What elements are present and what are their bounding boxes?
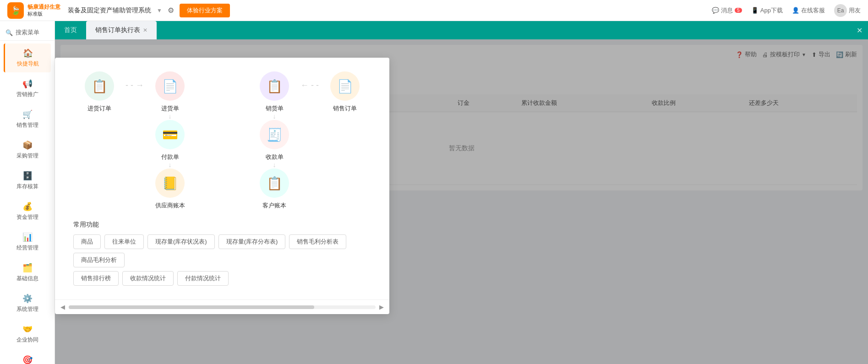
purchase-order-label: 进货订单 bbox=[87, 104, 111, 113]
search-icon: 🔍 bbox=[5, 29, 13, 36]
sidebar-label-finance: 资金管理 bbox=[16, 213, 38, 221]
sales-bill-circle[interactable]: 📋 bbox=[260, 71, 289, 101]
sidebar-item-marketing[interactable]: 📢 营销推广 bbox=[4, 74, 51, 103]
system-icon: ⚙️ bbox=[22, 293, 33, 304]
flow-item-sales-bill: 📋 销货单 bbox=[248, 71, 300, 113]
message-item[interactable]: 💬 消息 5 bbox=[712, 6, 742, 15]
content-area: 首页 销售订单执行表 ✕ ✕ ❓ 帮助 🖨 bbox=[55, 21, 868, 364]
common-functions-title: 常用功能 bbox=[73, 221, 371, 229]
user-item[interactable]: Ea 用友 bbox=[834, 4, 861, 17]
payment-circle[interactable]: 💳 bbox=[155, 120, 185, 149]
payment-label: 付款单 bbox=[161, 153, 179, 161]
right-arrow-icon-1: - - → bbox=[126, 81, 144, 90]
func-btn-sales-profit[interactable]: 销售毛利分析表 bbox=[289, 234, 346, 249]
func-btn-receipt-stats[interactable]: 收款情况统计 bbox=[122, 271, 174, 286]
dropdown-icon[interactable]: ▼ bbox=[157, 7, 162, 14]
online-service-label: 在线客服 bbox=[801, 6, 825, 15]
arrow-right-1: - - → bbox=[126, 71, 144, 90]
sidebar-item-finance[interactable]: 💰 资金管理 bbox=[4, 197, 51, 226]
sidebar-label-sales: 销售管理 bbox=[16, 121, 38, 129]
arrow-left-1: ← - - bbox=[300, 71, 319, 90]
tab-home[interactable]: 首页 bbox=[55, 21, 86, 39]
arrow-down-row: ↓ ↓ bbox=[73, 113, 371, 120]
purchase-order-circle[interactable]: 📋 bbox=[85, 71, 114, 101]
app-download-label: App下载 bbox=[760, 6, 783, 15]
func-btn-stock-dist[interactable]: 现存量(库存分布表) bbox=[218, 234, 286, 249]
tab-close-icon[interactable]: ✕ bbox=[143, 27, 147, 33]
system-title: 装备及固定资产辅助管理系统 bbox=[68, 6, 151, 15]
settings-icon[interactable]: ⚙ bbox=[168, 6, 174, 15]
func-btn-contacts[interactable]: 往来单位 bbox=[104, 234, 144, 249]
sidebar-label-system: 系统管理 bbox=[16, 305, 38, 313]
main-layout: 🔍 搜索菜单 🏠 快捷导航 📢 营销推广 🛒 销售管理 📦 采购管理 🗄️ 库存… bbox=[0, 21, 868, 364]
sidebar-item-quick-nav[interactable]: 🏠 快捷导航 bbox=[4, 43, 51, 72]
sidebar-label-basic: 基础信息 bbox=[16, 275, 38, 283]
func-btn-sales-ranking[interactable]: 销售排行榜 bbox=[73, 271, 119, 286]
common-functions: 常用功能 商品 往来单位 现存量(库存状况表) 现存量(库存分布表) 销售毛利分… bbox=[73, 221, 371, 286]
tab-sales-order[interactable]: 销售订单执行表 ✕ bbox=[86, 21, 157, 39]
func-btn-goods[interactable]: 商品 bbox=[73, 234, 101, 249]
down-arrow-payment: ↓ bbox=[144, 161, 196, 168]
flow-item-receipt: 🧾 收款单 bbox=[248, 120, 300, 161]
app-download-item[interactable]: 📱 App下载 bbox=[751, 6, 783, 15]
sidebar-item-sales[interactable]: 🛒 销售管理 bbox=[4, 105, 51, 134]
sidebar-item-cooperation[interactable]: 🤝 企业协同 bbox=[4, 320, 51, 348]
sidebar-label-inventory: 库存核算 bbox=[16, 183, 38, 190]
supplier-ledger-label: 供应商账本 bbox=[155, 201, 185, 210]
message-badge: 5 bbox=[735, 8, 742, 13]
flow-item-supplier-ledger: 📒 供应商账本 bbox=[144, 168, 196, 210]
scrollbar-thumb bbox=[69, 305, 314, 309]
inventory-icon: 🗄️ bbox=[22, 171, 33, 181]
flow-item-purchase-bill: 📄 进货单 bbox=[144, 71, 196, 113]
func-btn-goods-profit[interactable]: 商品毛利分析 bbox=[73, 253, 125, 267]
modal-dialog: 📋 进货订单 - - → 📄 进货单 bbox=[55, 58, 389, 314]
finance-icon: 💰 bbox=[22, 201, 33, 212]
sidebar-item-purchase[interactable]: 📦 采购管理 bbox=[4, 136, 51, 164]
func-btn-payment-stats[interactable]: 付款情况统计 bbox=[177, 271, 229, 286]
supplier-ledger-circle[interactable]: 📒 bbox=[155, 168, 185, 198]
purchase-bill-circle[interactable]: 📄 bbox=[155, 71, 185, 101]
modal-scrollbar: ◀ ▶ bbox=[55, 299, 389, 314]
close-all-tabs[interactable]: ✕ bbox=[851, 26, 868, 35]
inner-content: ❓ 帮助 🖨 按模板打印 ▼ ⬆ 导出 🔄 刷新 bbox=[55, 39, 868, 364]
flow-diagram: 📋 进货订单 - - → 📄 进货单 bbox=[73, 71, 371, 210]
sidebar-item-basic[interactable]: 🗂️ 基础信息 bbox=[4, 258, 51, 287]
sidebar-label-business: 经营管理 bbox=[16, 244, 38, 252]
receipt-label: 收款单 bbox=[266, 153, 284, 161]
flow-row-1: 📋 进货订单 - - → 📄 进货单 bbox=[73, 71, 371, 113]
logo-area: 🍃 畅康通好生意 标准版 bbox=[7, 2, 62, 19]
func-btn-stock-status[interactable]: 现存量(库存状况表) bbox=[147, 234, 215, 249]
sales-icon: 🛒 bbox=[22, 109, 33, 120]
scroll-right-arrow[interactable]: ▶ bbox=[379, 304, 384, 310]
logo-text: 畅康通好生意 标准版 bbox=[27, 4, 60, 17]
guide-icon: 🎯 bbox=[22, 355, 33, 364]
online-service-item[interactable]: 👤 在线客服 bbox=[792, 6, 825, 15]
service-icon: 👤 bbox=[792, 7, 799, 14]
tabs-bar: 首页 销售订单执行表 ✕ ✕ bbox=[55, 21, 868, 39]
purchase-icon: 📦 bbox=[22, 140, 33, 150]
search-menu[interactable]: 🔍 搜索菜单 bbox=[0, 25, 55, 41]
sales-order-circle[interactable]: 📄 bbox=[330, 71, 360, 101]
sidebar-item-inventory[interactable]: 🗄️ 库存核算 bbox=[4, 166, 51, 195]
customer-ledger-circle[interactable]: 📋 bbox=[260, 168, 289, 198]
flow-item-customer-ledger: 📋 客户账本 bbox=[248, 168, 300, 210]
sidebar-item-guide[interactable]: 🎯 新手引导 bbox=[4, 350, 51, 364]
experience-button[interactable]: 体验行业方案 bbox=[180, 4, 230, 17]
function-buttons: 商品 往来单位 现存量(库存状况表) 现存量(库存分布表) 销售毛利分析表 商品… bbox=[73, 234, 371, 267]
sidebar-item-business[interactable]: 📊 经营管理 bbox=[4, 228, 51, 256]
top-header: 🍃 畅康通好生意 标准版 装备及固定资产辅助管理系统 ▼ ⚙ 体验行业方案 💬 … bbox=[0, 0, 868, 21]
sidebar-item-system[interactable]: ⚙️ 系统管理 bbox=[4, 289, 51, 318]
phone-icon: 📱 bbox=[751, 7, 759, 14]
sales-order-label: 销售订单 bbox=[333, 104, 357, 113]
modal-body: 📋 进货订单 - - → 📄 进货单 bbox=[55, 58, 389, 299]
receipt-circle[interactable]: 🧾 bbox=[260, 120, 289, 149]
down-arrow-receipt: ↓ bbox=[248, 161, 300, 168]
flow-row-3: 📒 供应商账本 📋 客户账本 bbox=[73, 168, 371, 210]
user-avatar: Ea bbox=[834, 4, 847, 17]
header-right: 💬 消息 5 📱 App下载 👤 在线客服 Ea 用友 bbox=[712, 4, 861, 17]
sidebar: 🔍 搜索菜单 🏠 快捷导航 📢 营销推广 🛒 销售管理 📦 采购管理 🗄️ 库存… bbox=[0, 21, 55, 364]
search-menu-label: 搜索菜单 bbox=[16, 28, 39, 37]
message-label: 消息 bbox=[721, 6, 733, 15]
scroll-left-arrow[interactable]: ◀ bbox=[60, 304, 65, 310]
business-icon: 📊 bbox=[22, 232, 33, 242]
